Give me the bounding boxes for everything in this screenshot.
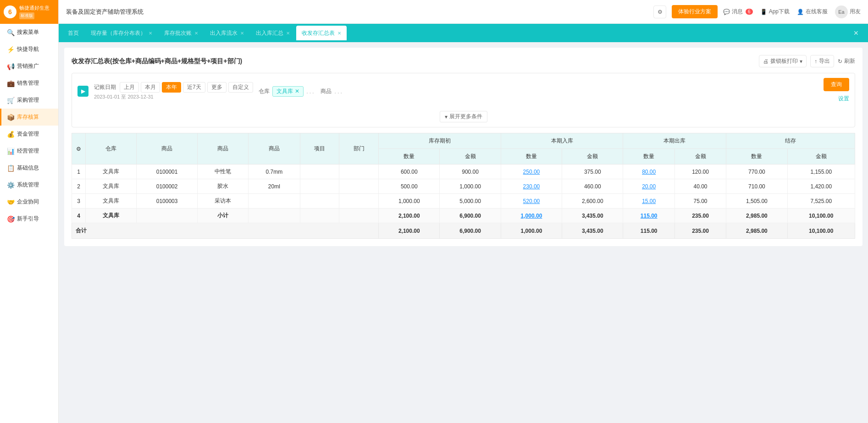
goods-filter-dots[interactable]: ... — [334, 87, 343, 95]
sidebar-item-quick[interactable]: ⚡ 快捷导航 — [0, 41, 58, 58]
app-download-button[interactable]: 📱 App下载 — [760, 8, 790, 16]
table-row: 2文具库0100002胶水20ml500.001,000.00230.00460… — [72, 179, 855, 194]
row-in-qty[interactable]: 230.00 — [501, 179, 562, 194]
tab-close-icon[interactable]: ✕ — [194, 31, 198, 36]
row-out-qty[interactable]: 80.00 — [623, 165, 674, 179]
main-area: 装备及固定资产辅助管理系统 ⚙ 体验行业方案 💬 消息 6 📱 App下载 👤 … — [59, 0, 868, 423]
tab-receipt-summary[interactable]: 收发存汇总表 ✕ — [296, 26, 347, 40]
tab-close-icon[interactable]: ✕ — [286, 31, 290, 36]
message-button[interactable]: 💬 消息 6 — [723, 8, 753, 16]
tab-bar: 首页 现存量（库存分布表） ✕ 库存批次账 ✕ 出入库流水 ✕ 出入库汇总 ✕ … — [59, 24, 868, 42]
footer-out-amt: 235.00 — [674, 223, 726, 239]
chevron-down-icon: ▾ — [800, 58, 802, 65]
warehouse-filter: 仓库 文具库 ✕ ... — [259, 86, 315, 97]
tab-inout-summary[interactable]: 出入库汇总 ✕ — [250, 26, 295, 40]
row-out-qty[interactable]: 115.00 — [623, 209, 674, 223]
row-open-qty: 600.00 — [379, 165, 440, 179]
filter-toggle-button[interactable]: ▶ — [77, 86, 88, 97]
col-open-amt-header: 金额 — [440, 149, 501, 165]
table-settings-col[interactable]: ⚙ — [72, 133, 86, 165]
row-out-amt: 235.00 — [674, 209, 726, 223]
tab-close-icon[interactable]: ✕ — [337, 31, 341, 36]
col-bal-amt-header: 金额 — [787, 149, 855, 165]
chevron-down-icon: ▾ — [445, 114, 448, 120]
refresh-button[interactable]: ↻ 刷新 — [838, 57, 855, 65]
export-button[interactable]: ↑ 导出 — [810, 55, 834, 67]
sidebar-item-basic[interactable]: 📋 基础信息 — [0, 159, 58, 176]
warehouse-tag: 文具库 ✕ — [272, 86, 304, 97]
logo-icon: 6 — [4, 5, 17, 18]
date-btn-this-month[interactable]: 本月 — [141, 82, 160, 93]
experience-button[interactable]: 体验行业方案 — [672, 5, 718, 18]
row-in-qty[interactable]: 520.00 — [501, 194, 562, 209]
sidebar-item-label: 营销推广 — [17, 62, 39, 70]
date-btn-custom[interactable]: 自定义 — [228, 82, 253, 93]
data-table: ⚙ 仓库 商品 商品 商品 项目 部门 库存期初 本期入库 本期出库 结存 数量 — [72, 133, 855, 239]
tab-inout-flow[interactable]: 出入库流水 ✕ — [205, 26, 249, 40]
inventory-icon: 📦 — [7, 114, 14, 121]
row-bal-amt: 1,155.00 — [787, 165, 855, 179]
sidebar-item-purchase[interactable]: 🛒 采购管理 — [0, 92, 58, 109]
sidebar-item-marketing[interactable]: 📢 营销推广 — [0, 58, 58, 75]
filter-settings-link[interactable]: 设置 — [838, 93, 849, 104]
tab-inventory-dist[interactable]: 现存量（库存分布表） ✕ — [85, 26, 158, 40]
row-bal-qty: 770.00 — [726, 165, 787, 179]
date-range-text: 2023-01-01 至 2023-12-31 — [94, 93, 253, 100]
sidebar-item-guide[interactable]: 🎯 新手引导 — [0, 210, 58, 227]
tab-home[interactable]: 首页 — [62, 26, 84, 40]
system-icon: ⚙️ — [7, 181, 14, 189]
row-spec — [249, 194, 300, 209]
date-btn-more[interactable]: 更多 — [207, 82, 227, 93]
footer-in-qty: 1,000.00 — [501, 223, 562, 239]
sidebar-item-search[interactable]: 🔍 搜索菜单 — [0, 24, 58, 41]
purchase-icon: 🛒 — [7, 97, 14, 104]
expand-more-button[interactable]: ▾ 展开更多条件 — [440, 111, 487, 122]
warehouse-tag-close-icon[interactable]: ✕ — [295, 88, 299, 94]
col-name-header: 商品 — [198, 133, 249, 165]
user-button[interactable]: Ea 用友 — [835, 5, 861, 18]
row-no: 2 — [72, 179, 86, 194]
header-actions: 💬 消息 6 📱 App下载 👤 在线客服 Ea 用友 — [723, 5, 861, 18]
print-button[interactable]: 🖨 拨锁板打印 ▾ — [759, 55, 807, 67]
date-btn-this-year[interactable]: 本年 — [162, 82, 181, 93]
row-dept — [339, 209, 379, 223]
sidebar-item-label: 采购管理 — [17, 96, 39, 104]
sidebar-item-finance[interactable]: 💰 资金管理 — [0, 126, 58, 143]
row-spec — [249, 209, 300, 223]
sidebar-item-inventory[interactable]: 📦 库存核算 — [0, 109, 58, 126]
row-out-qty[interactable]: 15.00 — [623, 194, 674, 209]
table-row: 3文具库0100003采访本1,000.005,000.00520.002,60… — [72, 194, 855, 209]
sidebar-item-enterprise[interactable]: 🤝 企业协同 — [0, 193, 58, 210]
goods-filter: 商品 ... — [321, 87, 818, 95]
page-card: 收发存汇总表(按仓库+商品编码+商品+规格型号+项目+部门) 🖨 拨锁板打印 ▾… — [64, 48, 862, 246]
sidebar-item-label: 系统管理 — [17, 181, 39, 189]
tab-close-icon[interactable]: ✕ — [240, 31, 244, 36]
row-in-amt: 3,435.00 — [562, 209, 623, 223]
row-name: 采访本 — [198, 194, 249, 209]
warehouse-filter-label: 仓库 — [259, 88, 270, 95]
sidebar-item-label: 快捷导航 — [17, 45, 39, 53]
date-options: 上月 本月 本年 近7天 更多 自定义 — [120, 82, 253, 93]
query-button[interactable]: 查询 — [824, 78, 849, 91]
print-icon: 🖨 — [763, 58, 768, 65]
row-in-qty[interactable]: 250.00 — [501, 165, 562, 179]
guide-icon: 🎯 — [7, 215, 14, 223]
row-bal-qty: 710.00 — [726, 179, 787, 194]
tab-batch[interactable]: 库存批次账 ✕ — [159, 26, 204, 40]
online-service-button[interactable]: 👤 在线客服 — [797, 8, 828, 16]
row-in-qty[interactable]: 1,000.00 — [501, 209, 562, 223]
col-open-qty-header: 数量 — [379, 149, 440, 165]
row-out-qty[interactable]: 20.00 — [623, 179, 674, 194]
warehouse-filter-dots[interactable]: ... — [306, 87, 315, 95]
date-btn-prev-month[interactable]: 上月 — [120, 82, 139, 93]
row-in-amt: 460.00 — [562, 179, 623, 194]
sidebar-item-sales[interactable]: 💼 销售管理 — [0, 75, 58, 92]
settings-icon-button[interactable]: ⚙ — [653, 5, 666, 18]
sidebar-item-business[interactable]: 📊 经营管理 — [0, 143, 58, 159]
tab-close-icon[interactable]: ✕ — [149, 31, 152, 36]
date-btn-7days[interactable]: 近7天 — [183, 82, 205, 93]
table-row: 4文具库小计2,100.006,900.001,000.003,435.0011… — [72, 209, 855, 223]
row-open-amt: 6,900.00 — [440, 209, 501, 223]
tab-close-all[interactable]: ✕ — [848, 26, 864, 40]
sidebar-item-system[interactable]: ⚙️ 系统管理 — [0, 176, 58, 193]
